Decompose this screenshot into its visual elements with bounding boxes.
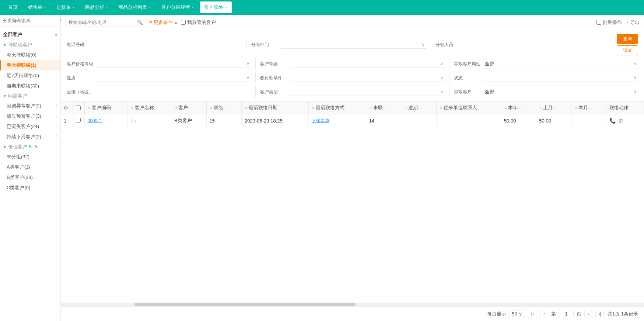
filter-input-phone[interactable] <box>96 41 242 49</box>
search-box: 🔍 <box>65 18 146 27</box>
td-code[interactable]: 000021 <box>84 114 128 127</box>
top-navigation: 首页 销售单 × 进货单 × 商品分析 × 商品分析列表 × 客户分层经营 × … <box>0 0 644 15</box>
pagination-bar: 每页显示 50 ∨ |‹ ‹ 第 页 › ›| 共1页 1条记录 <box>61 306 644 321</box>
row-checkbox[interactable] <box>76 118 81 122</box>
nav-close-purchase[interactable]: × <box>72 5 74 10</box>
divider-1 <box>246 39 247 50</box>
nav-item-sales[interactable]: 销售单 × <box>24 1 50 13</box>
filter-select-nature[interactable]: ∨ <box>96 74 251 82</box>
sidebar-item-overdue[interactable]: 逾期未联络(30) <box>0 81 60 91</box>
page-size-value: 50 <box>512 311 517 317</box>
first-page-btn[interactable]: |‹ <box>528 310 537 318</box>
chevron-down-icon-page: ∨ <box>519 311 522 317</box>
filter-select-payment[interactable]: ∨ <box>290 74 444 82</box>
filter-select-customer-level[interactable]: ∨ <box>290 60 444 68</box>
sidebar-item-today[interactable]: 今天待联络(0) <box>0 50 60 60</box>
th-action: 联络动作 <box>606 101 644 114</box>
nav-close-customer-contact[interactable]: × <box>225 5 227 10</box>
sidebar-item-week[interactable]: 近7天待联络(0) <box>0 70 60 81</box>
sidebar-item-churned[interactable]: 已流失客户(24) ? <box>0 121 60 132</box>
nav-item-home[interactable]: 首页 <box>4 1 22 13</box>
last-page-btn[interactable]: ›| <box>595 310 605 318</box>
edit-icon[interactable]: ✎ <box>34 144 38 149</box>
query-button[interactable]: 查询 <box>617 34 638 44</box>
th-last-method: ⇅ 最后联络方式 <box>308 101 366 114</box>
nav-close-product-analysis[interactable]: × <box>106 5 108 10</box>
help-icon-3[interactable]: ? <box>55 124 57 129</box>
nav-item-product-analysis[interactable]: 商品分析 × <box>81 1 112 13</box>
sidebar-item-tomorrow[interactable]: 明天待联络(1) <box>0 60 60 70</box>
my-customers-check[interactable] <box>181 20 186 25</box>
th-uncontacted: ⇅ 未联... <box>366 101 401 114</box>
select-all-checkbox[interactable] <box>76 106 81 110</box>
filter-select-price-level[interactable]: ∨ <box>96 60 251 68</box>
sidebar-item-repurchase-abnormal[interactable]: 回购异常客户(2) ? <box>0 101 60 111</box>
nav-item-product-analysis-list[interactable]: 商品分析列表 × <box>114 1 155 13</box>
nav-close-customer-tier[interactable]: × <box>192 5 194 10</box>
td-last-method[interactable]: 下销货单 <box>308 114 366 127</box>
action-phone-icon[interactable]: 📞 <box>609 118 616 124</box>
chevron-down-icon-retail-attr: ∨ <box>634 61 637 66</box>
customers-table: ⚙ ⇅ 客户编码 ⇅ <box>61 101 644 127</box>
main-search-icon[interactable]: 🔍 <box>137 20 143 25</box>
sidebar-item-churn-warning[interactable]: 流失预警客户(3) ? <box>0 111 60 121</box>
filter-select-retail[interactable]: 全部 ∨ <box>483 87 638 97</box>
scrollbar-thumb[interactable] <box>134 303 356 306</box>
sidebar-item-declining[interactable]: 持续下滑客户(2) ? <box>0 132 60 142</box>
filter-select-customer-type[interactable]: ∨ <box>290 88 444 96</box>
last-method-link[interactable]: 下销货单 <box>312 118 329 123</box>
filter-field-status: 状态 ∨ <box>454 74 638 82</box>
filter-select-status[interactable]: ∨ <box>483 74 638 82</box>
sidebar-all-customers[interactable]: 全部客户 « <box>0 29 60 40</box>
settings-icon[interactable]: ⚙ <box>64 105 68 111</box>
th-type: ⇅ 客户... <box>171 101 206 114</box>
next-page-btn[interactable]: › <box>584 310 592 318</box>
sidebar-collapse-icon[interactable]: « <box>55 32 57 37</box>
help-icon-1[interactable]: ? <box>55 104 57 108</box>
settings-button[interactable]: 设置 <box>617 45 638 55</box>
sidebar-search-input[interactable] <box>3 18 58 23</box>
sidebar-item-type-c[interactable]: C类客户(6) <box>0 183 60 193</box>
action-grid-icon[interactable]: ⊞ <box>619 118 623 124</box>
filter-select-manager[interactable]: ··· <box>465 41 611 49</box>
filter-row-3: 性质 ∨ 收付款条件 ∨ 状态 <box>67 72 638 83</box>
th-this-month: ⇅ 本月... <box>571 101 606 114</box>
chevron-down-icon-nature: ∨ <box>246 75 249 80</box>
sort-icon-name: ⇅ <box>131 106 134 110</box>
sidebar-item-type-b[interactable]: B类客户(33) <box>0 172 60 183</box>
chevron-down-icon-retail: ∨ <box>634 89 637 94</box>
filter-select-retail-attr[interactable]: 全部 ∨ <box>483 59 638 69</box>
main-search-input[interactable] <box>69 20 135 25</box>
th-settings: ⚙ <box>61 101 73 114</box>
help-icon-4[interactable]: ? <box>55 135 57 139</box>
nav-item-customer-tier[interactable]: 客户分层经营 × <box>157 1 198 13</box>
nav-item-purchase[interactable]: 进货单 × <box>52 1 79 13</box>
sidebar-item-type-a[interactable]: A类客户(1) <box>0 162 60 172</box>
nav-close-product-analysis-list[interactable]: × <box>148 5 151 10</box>
triangle-icon-3: ▼ <box>3 145 7 149</box>
filter-select-region[interactable]: ··· <box>96 88 251 96</box>
td-name[interactable]: Ea <box>128 114 171 127</box>
page-input[interactable] <box>559 310 574 318</box>
nav-close-sales[interactable]: × <box>44 5 46 10</box>
nav-item-customer-contact[interactable]: 客户联络 × <box>200 1 231 13</box>
export-btn[interactable]: ↑ 导出 <box>626 19 640 26</box>
help-icon-2[interactable]: ? <box>55 114 57 118</box>
batch-op-check[interactable] <box>596 20 601 25</box>
td-last-month: 50.00 <box>536 114 571 127</box>
filter-field-manager: 分管人员 ··· <box>435 41 611 49</box>
my-customers-checkbox[interactable]: 我分管的客户 <box>181 19 216 26</box>
horizontal-scrollbar[interactable] <box>61 303 644 306</box>
sidebar-item-ungrouped[interactable]: 未分组(32) <box>0 152 60 162</box>
refresh-icon[interactable]: ↻ <box>29 144 33 150</box>
batch-op-btn[interactable]: 批量操作 <box>596 19 622 26</box>
chevron-down-icon-dept: ∨ <box>422 42 425 47</box>
more-dots-manager[interactable]: ··· <box>606 42 609 47</box>
more-dots-region[interactable]: ··· <box>246 89 249 94</box>
more-conditions-btn[interactable]: ≡ 更多条件 ▲ <box>149 19 178 26</box>
filter-field-price-level: 客户价格等级 ∨ <box>67 60 251 68</box>
filter-select-dept[interactable]: ∨ <box>281 41 427 49</box>
page-size-select[interactable]: 50 ∨ <box>509 310 525 318</box>
sort-icon-ty: ⇅ <box>504 106 507 110</box>
prev-page-btn[interactable]: ‹ <box>540 310 548 318</box>
